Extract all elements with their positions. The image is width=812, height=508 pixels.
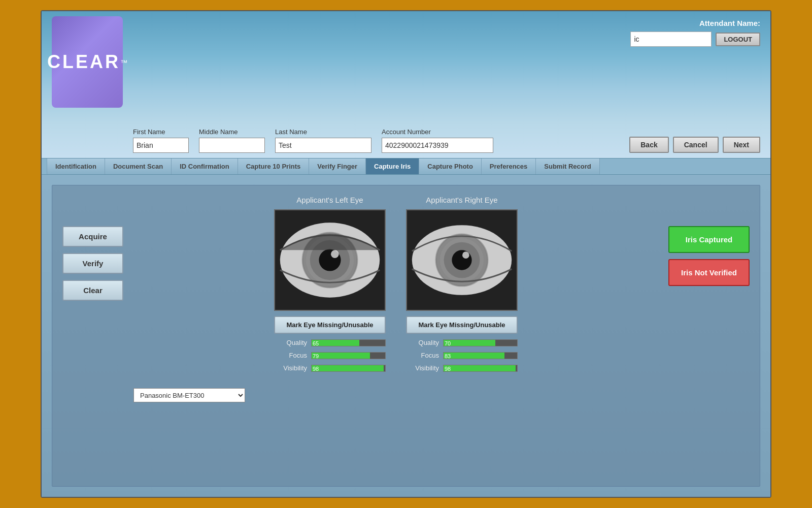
right-eye-image [406, 209, 518, 311]
right-eye-quality-row: Quality 70 [406, 339, 518, 346]
right-eye-panel: Applicant's Right Eye [406, 196, 518, 372]
tab-preferences[interactable]: Preferences [482, 158, 536, 174]
nav-buttons: Back Cancel Next [629, 137, 760, 153]
tab-capture-iris[interactable]: Capture Iris [366, 158, 419, 174]
main-content: Acquire Verify Clear Applicant's Left Ey… [42, 175, 770, 497]
right-quality-label: Quality [406, 339, 439, 346]
left-eye-svg [275, 209, 385, 311]
eye-panels: Applicant's Left Eye [133, 196, 658, 372]
header: CLEAR™ Attendant Name: LOGOUT [42, 11, 770, 123]
left-quality-label: Quality [274, 339, 307, 346]
left-eye-panel: Applicant's Left Eye [274, 196, 386, 372]
right-quality-bar-container: 70 [443, 339, 518, 346]
right-focus-value: 83 [445, 353, 451, 360]
tab-identification[interactable]: Identification [47, 158, 105, 174]
left-eye-title: Applicant's Left Eye [296, 196, 363, 204]
middle-name-label: Middle Name [199, 128, 265, 136]
tab-document-scan[interactable]: Document Scan [105, 158, 172, 174]
account-number-input[interactable] [382, 138, 493, 153]
iris-not-verified-badge: Iris Not Verified [668, 259, 750, 286]
logo-area: CLEAR™ [52, 16, 123, 108]
right-visibility-label: Visibility [406, 364, 439, 372]
middle-name-group: Middle Name [199, 128, 265, 153]
tab-verify-finger[interactable]: Verify Finger [309, 158, 366, 174]
tab-id-confirmation[interactable]: ID Confirmation [172, 158, 238, 174]
tab-capture-10-prints[interactable]: Capture 10 Prints [238, 158, 310, 174]
left-visibility-bar [312, 365, 384, 371]
left-focus-bar-container: 79 [311, 352, 386, 359]
middle-name-input[interactable] [199, 138, 265, 153]
iris-captured-badge: Iris Captured [668, 226, 750, 253]
right-eye-title: Applicant's Right Eye [426, 196, 497, 204]
attendant-row: LOGOUT [630, 31, 760, 47]
last-name-group: Last Name [275, 128, 371, 153]
right-quality-bar [444, 340, 495, 346]
left-eye-focus-row: Focus 79 [274, 352, 386, 359]
tabs-row: Identification Document Scan ID Confirma… [42, 158, 770, 175]
status-badges: Iris Captured Iris Not Verified [668, 196, 750, 476]
left-controls: Acquire Verify Clear [62, 196, 123, 476]
verify-button[interactable]: Verify [62, 253, 123, 274]
camera-select[interactable]: Panasonic BM-ET300 [133, 388, 245, 402]
first-name-group: First Name [133, 128, 189, 153]
svg-point-14 [452, 250, 471, 270]
attendant-input[interactable] [630, 31, 712, 47]
last-name-input[interactable] [275, 138, 371, 153]
form-row: First Name Middle Name Last Name Account… [42, 123, 770, 158]
left-quality-value: 65 [313, 340, 319, 347]
first-name-label: First Name [133, 128, 189, 136]
acquire-button[interactable]: Acquire [62, 226, 123, 247]
logo-tm: ™ [120, 58, 127, 67]
svg-point-15 [462, 251, 469, 259]
mark-right-eye-label: Mark Eye Missing/Unusable [418, 321, 505, 329]
left-focus-label: Focus [274, 352, 307, 359]
right-eye-svg [407, 209, 517, 311]
right-focus-bar [444, 353, 504, 359]
camera-row: Panasonic BM-ET300 [133, 380, 658, 402]
tab-capture-photo[interactable]: Capture Photo [419, 158, 482, 174]
right-eye-focus-row: Focus 83 [406, 352, 518, 359]
right-visibility-bar-container: 98 [443, 365, 518, 372]
mark-left-eye-button[interactable]: Mark Eye Missing/Unusable [274, 316, 386, 334]
mark-left-eye-label: Mark Eye Missing/Unusable [286, 321, 373, 329]
left-quality-bar-container: 65 [311, 339, 386, 346]
next-button[interactable]: Next [723, 137, 760, 153]
right-visibility-bar [444, 365, 516, 371]
app-container: CLEAR™ Attendant Name: LOGOUT First Name… [41, 10, 771, 498]
eyes-container: Applicant's Left Eye [133, 196, 658, 476]
account-number-label: Account Number [382, 128, 493, 136]
first-name-input[interactable] [133, 138, 189, 153]
clear-button[interactable]: Clear [62, 280, 123, 301]
left-visibility-bar-container: 98 [311, 365, 386, 372]
right-focus-bar-container: 83 [443, 352, 518, 359]
back-button[interactable]: Back [629, 137, 668, 153]
right-eye-visibility-row: Visibility 98 [406, 364, 518, 372]
left-visibility-label: Visibility [274, 364, 307, 372]
attendant-area: Attendant Name: LOGOUT [630, 19, 760, 47]
left-visibility-value: 98 [313, 365, 319, 372]
cancel-button[interactable]: Cancel [673, 137, 719, 153]
content-panel: Acquire Verify Clear Applicant's Left Ey… [52, 185, 760, 487]
mark-right-eye-button[interactable]: Mark Eye Missing/Unusable [406, 316, 518, 334]
last-name-label: Last Name [275, 128, 371, 136]
attendant-label: Attendant Name: [699, 19, 760, 27]
logo-text: CLEAR [47, 51, 120, 72]
account-number-group: Account Number [382, 128, 493, 153]
left-focus-bar [312, 353, 370, 359]
right-quality-value: 70 [445, 340, 451, 347]
right-visibility-value: 98 [445, 365, 451, 372]
left-focus-value: 79 [313, 353, 319, 360]
tab-submit-record[interactable]: Submit Record [536, 158, 599, 174]
svg-point-7 [331, 250, 339, 258]
right-focus-label: Focus [406, 352, 439, 359]
left-eye-visibility-row: Visibility 98 [274, 364, 386, 372]
left-eye-image [274, 209, 386, 311]
logout-button[interactable]: LOGOUT [716, 33, 760, 46]
left-eye-quality-row: Quality 65 [274, 339, 386, 346]
